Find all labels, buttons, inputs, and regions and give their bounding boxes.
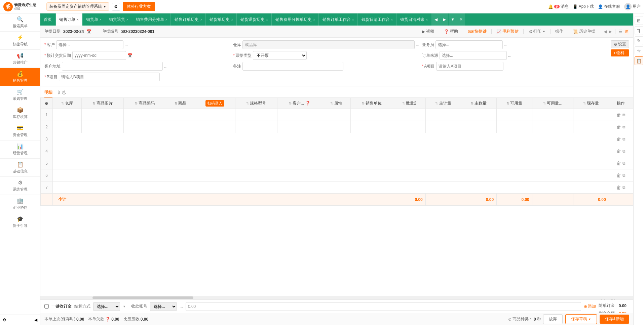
- tab-sales-return[interactable]: 销货单 ×: [83, 13, 105, 26]
- customer-input[interactable]: [56, 40, 123, 49]
- address-dots[interactable]: ...: [164, 64, 167, 69]
- system-title[interactable]: 装备及固定资产辅助管理系统 ▼: [46, 2, 109, 11]
- payment-method-select[interactable]: 选择...: [93, 302, 120, 311]
- calendar-icon[interactable]: 📅: [86, 29, 91, 34]
- right-tool-edit[interactable]: ✎: [635, 36, 643, 45]
- sort-unit-icon[interactable]: ⇅: [362, 101, 365, 105]
- notification-btn[interactable]: 🔔 9 消息: [548, 4, 569, 9]
- row-5-copy-icon[interactable]: ⧉: [622, 161, 626, 166]
- sort-main-qty-icon[interactable]: ⇅: [471, 101, 473, 105]
- row-7-copy-icon[interactable]: ⧉: [622, 185, 626, 190]
- tab-sales-goods-return-history[interactable]: 销货退货历史 ×: [237, 13, 272, 26]
- tab-sales-fee-split-history[interactable]: 销售费用分摊单历史 ×: [272, 13, 319, 26]
- sort-spec-icon[interactable]: ⇅: [246, 101, 249, 105]
- tab-sales-fee-split[interactable]: 销售费用分摊单 ×: [132, 13, 171, 26]
- list-view-icon[interactable]: ☰: [619, 29, 622, 34]
- industry-btn[interactable]: 体验行业方案: [123, 2, 155, 11]
- sort-main-unit-icon[interactable]: ⇅: [435, 101, 438, 105]
- tab-sales-order-workbench[interactable]: 销售订单工作台 ×: [319, 13, 358, 26]
- tab-close-sales-return[interactable]: ×: [100, 18, 102, 22]
- row-3-copy-icon[interactable]: ⧉: [622, 137, 626, 141]
- row-4-delete-icon[interactable]: 🗑: [616, 149, 621, 154]
- help-btn[interactable]: ❓ 帮助: [443, 28, 459, 35]
- b-project-input[interactable]: [59, 73, 160, 81]
- tab-close-sales-fee-split-history[interactable]: ×: [313, 18, 315, 22]
- scan-btn[interactable]: 扫码录入: [205, 100, 224, 107]
- row-6-copy-icon[interactable]: ⧉: [622, 173, 626, 178]
- order-source-input[interactable]: [440, 51, 507, 60]
- save-draft-btn[interactable]: 保存草稿 ▼: [565, 314, 597, 324]
- receipt-amount-input[interactable]: [186, 302, 581, 311]
- tab-summary[interactable]: 汇总: [58, 88, 66, 97]
- customer-dots[interactable]: ...: [125, 42, 128, 47]
- tab-more-btn[interactable]: ▼: [449, 13, 457, 26]
- product-types-icon[interactable]: ⊙: [508, 317, 512, 322]
- settings-icon[interactable]: ⚙: [112, 3, 120, 11]
- sort-code-icon[interactable]: ⇅: [135, 101, 138, 105]
- user-avatar[interactable]: 👤 用户: [624, 3, 641, 10]
- tab-close-cash-daily-clear-account[interactable]: ×: [426, 18, 428, 22]
- tab-close-sales-fee-split[interactable]: ×: [165, 18, 167, 22]
- tab-cash-daily-clear-account[interactable]: 钱货日清对账 ×: [397, 13, 431, 26]
- online-service-btn[interactable]: 👤 在线客服: [598, 4, 620, 9]
- sort-customer-code-icon[interactable]: ⇅: [289, 101, 292, 105]
- sidebar-item-quick-nav[interactable]: ⚡ 快捷导航: [0, 32, 40, 50]
- help-current-icon[interactable]: ❓: [105, 317, 110, 322]
- add-receipt-btn[interactable]: ⊕ 添加: [584, 303, 596, 309]
- operation-btn[interactable]: 操作: [554, 28, 565, 35]
- sidebar-item-marketing[interactable]: 📢 营销推广: [0, 50, 40, 68]
- tab-sales-order[interactable]: 销售订单 ×: [56, 13, 82, 26]
- tab-sales-goods-return[interactable]: 销货退货 ×: [106, 13, 132, 26]
- sidebar-item-guide[interactable]: 🎓 新手引导: [0, 213, 40, 231]
- save-new-btn[interactable]: 保存&新增: [600, 315, 629, 324]
- print-btn[interactable]: 🖨 打印 ▼: [527, 28, 547, 35]
- a-project-input[interactable]: [436, 62, 503, 71]
- app-download-btn[interactable]: 📱 App下载: [573, 4, 594, 9]
- tab-close-sales-goods-return[interactable]: ×: [126, 18, 128, 22]
- row-3-delete-icon[interactable]: 🗑: [616, 136, 621, 142]
- tab-cash-daily-clear-workbench[interactable]: 钱货日清工作台 ×: [358, 13, 397, 26]
- right-tool-grid[interactable]: ⊞: [635, 16, 643, 25]
- sidebar-item-search[interactable]: 🔍 搜索菜单: [0, 13, 40, 32]
- sidebar-item-system[interactable]: ⚙ 系统管理: [0, 177, 40, 195]
- tab-close-sales-order-history[interactable]: ×: [200, 18, 202, 22]
- sidebar-item-operations[interactable]: 📊 经营管理: [0, 140, 40, 159]
- collapse-icon[interactable]: ◀: [34, 318, 37, 322]
- settings-col-icon[interactable]: ⚙: [45, 101, 48, 106]
- tab-close-cash-daily-clear-workbench[interactable]: ×: [391, 18, 393, 22]
- right-tool-exchange[interactable]: ⇅: [635, 26, 643, 35]
- form-add-btn[interactable]: + 物料: [611, 49, 629, 56]
- discard-btn[interactable]: 放弃: [543, 314, 563, 324]
- note-input[interactable]: [242, 62, 343, 71]
- tab-sales-return-history[interactable]: 销货单历史 ×: [206, 13, 237, 26]
- tab-home[interactable]: 首页: [40, 13, 55, 26]
- row-4-copy-icon[interactable]: ⧉: [622, 149, 626, 154]
- tab-detail[interactable]: 明细: [44, 88, 52, 97]
- tab-close-sales-goods-return-history[interactable]: ×: [266, 18, 268, 22]
- one-click-checkbox[interactable]: [44, 304, 49, 309]
- tab-close-sales-order-workbench[interactable]: ×: [352, 18, 354, 22]
- row-6-delete-icon[interactable]: 🗑: [616, 173, 621, 178]
- help-customer-icon[interactable]: ❓: [305, 101, 310, 106]
- sidebar-item-purchase[interactable]: 🛒 采购管理: [0, 86, 40, 104]
- tab-prev-btn[interactable]: ◀: [432, 13, 440, 26]
- tab-sales-order-history[interactable]: 销售订单历史 ×: [171, 13, 206, 26]
- order-source-dots[interactable]: ...: [508, 53, 512, 58]
- profit-btn[interactable]: 📈 毛利预估: [495, 28, 520, 35]
- salesperson-input[interactable]: [435, 40, 503, 49]
- sort-warehouse-icon[interactable]: ⇅: [61, 101, 64, 105]
- tab-next-btn[interactable]: ▶: [440, 13, 448, 26]
- salesperson-dots[interactable]: ...: [504, 42, 507, 47]
- invoice-type-select[interactable]: 不开票: [253, 51, 307, 60]
- sidebar-item-basic-info[interactable]: 📋 基础信息: [0, 159, 40, 177]
- calendar-icon[interactable]: 📅: [127, 53, 132, 58]
- tab-close-all-btn[interactable]: ✕: [457, 13, 465, 26]
- row-1-copy-icon[interactable]: ⧉: [622, 113, 626, 117]
- right-tool-clipboard[interactable]: 📋: [635, 56, 643, 65]
- sort-avail2-icon[interactable]: ⇅: [543, 101, 546, 105]
- nav-next-icon[interactable]: ▶: [609, 29, 612, 34]
- receipt-account-select[interactable]: 选择...: [150, 302, 177, 311]
- row-2-copy-icon[interactable]: ⧉: [622, 125, 626, 129]
- sidebar-item-sales[interactable]: 💰 销售管理: [0, 68, 40, 86]
- row-7-delete-icon[interactable]: 🗑: [616, 185, 621, 190]
